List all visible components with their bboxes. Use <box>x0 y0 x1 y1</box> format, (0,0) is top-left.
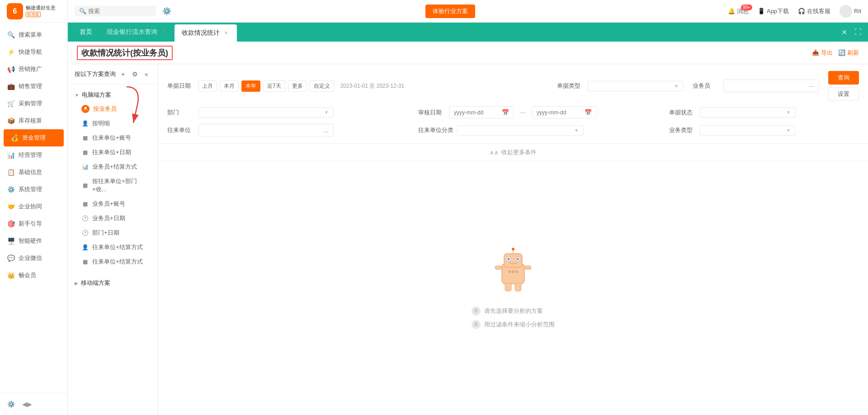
scheme-header-actions: + ⚙ « <box>118 70 151 79</box>
sidebar: 6 畅捷通好生意 标准版 🔍 搜索菜单 ⚡ 快捷导航 📢 营销推广 💼 销售管理… <box>0 0 68 415</box>
filter-panel: 单据日期 上月 本月 本年 近7天 更多 自定义 2023-01-01 <box>158 64 868 415</box>
topbar-search-box[interactable]: 🔍 <box>75 6 156 16</box>
tab-receipt[interactable]: 收款情况统计 × <box>175 24 237 42</box>
notifications-button[interactable]: 🔔 消息 99+ <box>728 7 749 15</box>
sidebar-item-purchase[interactable]: 🛒 采购管理 <box>0 95 67 112</box>
scheme-item-partner-dept-collect[interactable]: ▦ 按往来单位+部门+收... <box>68 174 158 197</box>
filter-row-1: 单据日期 上月 本月 本年 近7天 更多 自定义 2023-01-01 <box>167 71 859 101</box>
salesperson-select[interactable]: ··· <box>723 80 819 92</box>
scheme-section-mobile-toggle[interactable]: ▶ 移动端方案 <box>68 276 158 290</box>
settings-button[interactable]: 设置 <box>828 87 859 101</box>
filter-partner-category: 往来单位分类 ▼ <box>418 125 660 136</box>
dept-select[interactable]: ▼ <box>198 107 334 118</box>
export-button[interactable]: 📤 导出 <box>812 49 833 57</box>
partner-category-select[interactable]: ▼ <box>457 125 584 136</box>
sidebar-item-system[interactable]: ⚙️ 系统管理 <box>0 181 67 198</box>
sidebar-item-member[interactable]: 👑 畅会员 <box>0 267 67 284</box>
sidebar-item-quicknav[interactable]: ⚡ 快捷导航 <box>0 43 67 61</box>
refresh-button[interactable]: 🔄 刷新 <box>838 49 859 57</box>
action-buttons: 查询 设置 <box>828 71 859 101</box>
close-window-icon[interactable]: ✕ <box>840 26 849 38</box>
review-date-from-field[interactable] <box>454 109 499 116</box>
query-button[interactable]: 查询 <box>828 71 859 85</box>
scheme-item-by-salesperson[interactable]: 按业务员 <box>68 102 158 116</box>
person-icon-2: 👤 <box>81 244 89 251</box>
user-avatar[interactable]: Rit <box>840 5 861 18</box>
trial-button[interactable]: 体验行业方案 <box>425 5 475 18</box>
sidebar-item-sales[interactable]: 💼 销售管理 <box>0 78 67 95</box>
topbar-right: 🔔 消息 99+ 📱 App下载 🎧 在线客服 Rit <box>728 5 861 18</box>
filter-row-2: 部门 ▼ 审核日期 📅 — <box>167 106 859 118</box>
sidebar-item-finance[interactable]: 💰 资金管理 <box>4 129 64 146</box>
scheme-item-partner-settle2[interactable]: ▦ 往来单位+结算方式 <box>68 255 158 269</box>
marketing-icon: 📢 <box>7 65 15 73</box>
page-title: 收款情况统计(按业务员) <box>77 46 173 60</box>
scheme-item-salesperson-date[interactable]: 🕐 业务员+日期 <box>68 211 158 226</box>
salesperson-more-icon[interactable]: ··· <box>809 82 814 90</box>
doc-status-select[interactable]: ▼ <box>700 107 796 118</box>
review-date-to-input[interactable]: 📅 <box>532 106 597 118</box>
review-date-from-input[interactable]: 📅 <box>449 106 514 118</box>
scheme-item-partner-date[interactable]: ▦ 往来单位+日期 <box>68 145 158 160</box>
collapse-bar[interactable]: ∧∧ 收起更多条件 <box>158 144 868 161</box>
collapse-scheme-icon[interactable]: « <box>142 70 151 79</box>
svg-rect-12 <box>505 283 511 291</box>
active-scheme-icon <box>81 105 90 113</box>
empty-tip-1: ① 请先选择要分析的方案 <box>472 307 555 316</box>
partner-more-icon[interactable]: ... <box>323 127 329 134</box>
clock-icon-1: 🕐 <box>81 215 89 222</box>
review-date-to-field[interactable] <box>537 109 582 116</box>
filter-dept: 部门 ▼ <box>167 107 409 118</box>
scheme-item-partner-account[interactable]: ▦ 往来单位+账号 <box>68 131 158 145</box>
date-btn-custom[interactable]: 自定义 <box>310 80 334 92</box>
scheme-item-partner-settle1[interactable]: 👤 往来单位+结算方式 <box>68 240 158 255</box>
date-btn-more[interactable]: 更多 <box>288 80 307 92</box>
filter-biz-type: 业务类型 ▼ <box>669 125 796 136</box>
date-btn-this-year[interactable]: 本年 <box>241 80 260 92</box>
scheme-settings-icon[interactable]: ⚙ <box>130 70 139 79</box>
search-input[interactable] <box>88 8 151 14</box>
filter-date-item: 单据日期 上月 本月 本年 近7天 更多 自定义 2023-01-01 <box>167 80 548 92</box>
date-btn-last-month[interactable]: 上月 <box>198 80 217 92</box>
sidebar-item-hardware[interactable]: 🖥️ 智能硬件 <box>0 232 67 250</box>
sidebar-item-wechat[interactable]: 💬 企业微信 <box>0 250 67 267</box>
biz-type-select[interactable]: ▼ <box>700 125 796 136</box>
filter-doc-type: 单据类型 ▼ <box>557 81 684 91</box>
scheme-item-salesperson-settle[interactable]: 📊 业务员+结算方式 <box>68 160 158 174</box>
empty-state: ① 请先选择要分析的方案 ② 用过滤条件来缩小分析范围 <box>158 161 868 415</box>
scheme-item-by-detail[interactable]: 👤 按明细 <box>68 116 158 131</box>
svg-point-9 <box>512 248 514 250</box>
date-btn-last-7-days[interactable]: 近7天 <box>263 80 285 92</box>
scheme-section-desktop-toggle[interactable]: ▼ 电脑端方案 <box>68 88 158 102</box>
tab-home[interactable]: 首页 <box>72 23 99 42</box>
filter-doc-status: 单据状态 ▼ <box>669 107 796 118</box>
partner-select[interactable]: ... <box>198 124 334 137</box>
logo-text: 畅捷通好生意 标准版 <box>26 5 56 18</box>
doc-type-select[interactable]: ▼ <box>588 81 684 91</box>
tab-receipt-close[interactable]: × <box>222 29 230 37</box>
scheme-item-salesperson-account[interactable]: ▦ 业务员+账号 <box>68 197 158 211</box>
sidebar-item-basic[interactable]: 📋 基础信息 <box>0 164 67 181</box>
sidebar-item-enterprise[interactable]: 🤝 企业协同 <box>0 198 67 215</box>
tab-bank-close[interactable]: × <box>160 28 167 36</box>
date-btn-this-month[interactable]: 本月 <box>220 80 239 92</box>
app-download-button[interactable]: 📱 App下载 <box>758 7 789 15</box>
collapse-sidebar-icon[interactable]: ◀▶ <box>21 398 33 410</box>
maximize-window-icon[interactable]: ⛶ <box>853 26 863 38</box>
tab-bank[interactable]: 现金银行流水查询 × <box>99 23 175 42</box>
topbar-gear-icon[interactable]: ⚙️ <box>160 5 173 18</box>
sidebar-item-operation[interactable]: 📊 经营管理 <box>0 146 67 164</box>
scheme-section-desktop: ▼ 电脑端方案 按业务员 👤 按明细 <box>68 85 158 273</box>
sidebar-item-guide[interactable]: 🎯 新手引导 <box>0 215 67 232</box>
content-body: 按以下方案查询 + ⚙ « ▼ 电脑端方案 <box>68 64 868 415</box>
system-icon: ⚙️ <box>7 185 15 193</box>
date-range-display: 2023-01-01 至 2023-12-31 <box>340 82 404 90</box>
online-service-button[interactable]: 🎧 在线客服 <box>798 7 830 15</box>
table-icon-1: ▦ <box>81 134 89 141</box>
sidebar-item-search[interactable]: 🔍 搜索菜单 <box>0 26 67 43</box>
sidebar-item-marketing[interactable]: 📢 营销推广 <box>0 61 67 78</box>
add-scheme-button[interactable]: + <box>118 70 127 79</box>
sidebar-item-inventory[interactable]: 📦 库存核算 <box>0 112 67 129</box>
scheme-item-dept-date[interactable]: 🕐 部门+日期 <box>68 226 158 240</box>
settings-bottom-icon[interactable]: ⚙️ <box>5 398 17 410</box>
